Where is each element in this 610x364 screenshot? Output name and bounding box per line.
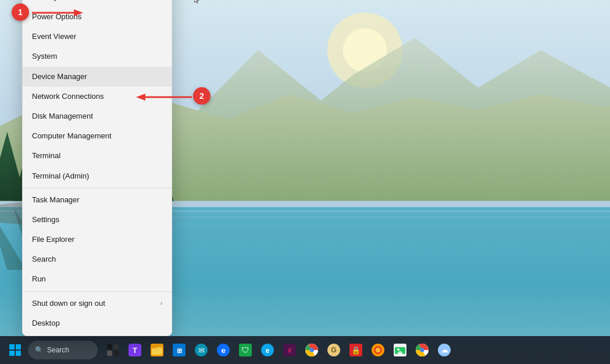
firefox-svg (372, 344, 384, 356)
taskbar-gamepass-icon[interactable]: G (323, 340, 344, 361)
menu-item-label-mobility-center: Mobility Center (32, 0, 83, 2)
menu-item-label-run: Run (32, 274, 46, 284)
taskbar-chrome-icon[interactable] (301, 340, 322, 361)
menu-item-task-manager[interactable]: Task Manager (23, 190, 172, 210)
svg-text:☁: ☁ (441, 345, 448, 354)
weather-svg: ☁ (438, 344, 451, 356)
chrome2-svg (416, 344, 429, 356)
menu-item-system[interactable]: System (23, 47, 172, 66)
svg-point-70 (420, 348, 424, 352)
menu-item-file-explorer[interactable]: File Explorer (23, 230, 172, 249)
widgets-svg (106, 344, 119, 356)
menu-item-search[interactable]: Search (23, 249, 172, 269)
svg-rect-32 (9, 351, 15, 356)
menu-item-label-shutdown-sign-out: Shut down or sign out (32, 298, 105, 309)
photos-svg (394, 344, 406, 356)
taskbar: 🔍 Search T (0, 336, 610, 364)
svg-marker-29 (136, 94, 145, 101)
taskbar-slack-icon[interactable]: # (279, 340, 300, 361)
svg-text:🔒: 🔒 (351, 345, 361, 355)
menu-item-disk-management[interactable]: Disk Management (23, 106, 172, 126)
menu-item-label-terminal-admin: Terminal (Admin) (32, 171, 89, 181)
taskbar-malwarebytes-icon[interactable]: 🛡 (235, 340, 256, 361)
menu-item-label-system: System (32, 51, 57, 62)
svg-marker-27 (74, 9, 83, 16)
svg-point-67 (397, 348, 399, 351)
menu-item-shutdown-sign-out[interactable]: Shut down or sign out› (23, 294, 172, 313)
annotation-badge-1: 1 (12, 3, 29, 21)
svg-point-64 (376, 348, 380, 352)
annotation-badge-2: 2 (193, 87, 211, 105)
cursor (194, 0, 199, 3)
privacy-svg: 🔒 (349, 344, 362, 356)
menu-item-device-manager[interactable]: Device Manager (23, 67, 172, 87)
taskbar-edge-icon[interactable]: e (213, 340, 234, 361)
menu-item-run[interactable]: Run (23, 269, 172, 289)
menu-item-label-disk-management: Disk Management (32, 111, 93, 122)
menu-item-label-settings: Settings (32, 215, 59, 225)
menu-item-label-event-viewer: Event Viewer (32, 31, 76, 42)
svg-text:G: G (331, 346, 336, 354)
annotation-arrow-1 (32, 7, 84, 19)
taskbar-photos-icon[interactable] (390, 340, 411, 361)
menu-item-terminal[interactable]: Terminal (23, 146, 172, 166)
menu-item-label-terminal: Terminal (32, 151, 60, 161)
menu-item-label-file-explorer: File Explorer (32, 234, 74, 245)
taskbar-icons-group: T ⊞ ✉ (102, 340, 455, 361)
svg-text:T: T (133, 346, 137, 355)
taskbar-file-explorer-icon[interactable] (147, 340, 167, 361)
svg-text:e: e (266, 347, 270, 355)
edge-svg: e (217, 344, 230, 356)
menu-item-label-task-manager: Task Manager (32, 195, 80, 205)
svg-rect-35 (113, 344, 119, 349)
malwarebytes-svg: 🛡 (239, 344, 252, 356)
menu-item-event-viewer[interactable]: Event Viewer (23, 27, 172, 47)
menu-item-computer-management[interactable]: Computer Management (23, 126, 172, 146)
menu-item-terminal-admin[interactable]: Terminal (Admin) (23, 166, 172, 186)
svg-rect-34 (107, 344, 112, 349)
svg-point-57 (310, 348, 314, 352)
menu-item-mobility-center[interactable]: Mobility Center (23, 0, 172, 7)
menu-separator (23, 291, 172, 292)
gamepass-svg: G (327, 344, 340, 356)
menu-item-label-search: Search (32, 254, 56, 265)
menu-item-settings[interactable]: Settings (23, 210, 172, 230)
menu-item-label-computer-management: Computer Management (32, 131, 112, 141)
slack-svg: # (283, 344, 296, 356)
menu-item-label-network-connections: Network Connections (32, 91, 104, 102)
svg-text:#: # (288, 347, 292, 355)
svg-text:e: e (221, 346, 225, 355)
svg-marker-73 (194, 0, 199, 3)
submenu-chevron-icon: › (160, 299, 162, 308)
search-icon: 🔍 (35, 346, 44, 354)
teams-svg: T (129, 344, 141, 356)
chrome-svg (305, 344, 318, 356)
svg-rect-36 (107, 351, 112, 356)
menu-separator (23, 188, 172, 188)
taskbar-search-label: Search (47, 346, 69, 354)
annotation-arrow-2 (134, 91, 192, 103)
svg-rect-37 (113, 351, 119, 356)
svg-rect-33 (16, 351, 21, 356)
taskbar-chrome2-icon[interactable] (412, 340, 433, 361)
whatsapp-svg: ✉ (195, 344, 208, 356)
svg-text:⊞: ⊞ (177, 347, 182, 354)
taskbar-weather-icon[interactable]: ☁ (434, 340, 455, 361)
taskbar-whatsapp-icon[interactable]: ✉ (191, 340, 212, 361)
taskbar-teams-icon[interactable]: T (124, 340, 145, 361)
svg-rect-30 (9, 344, 15, 349)
taskbar-widgets-icon[interactable] (102, 340, 123, 361)
taskbar-firefox-icon[interactable] (368, 340, 388, 361)
edge2-svg: e (261, 344, 274, 356)
menu-item-label-device-manager: Device Manager (32, 72, 87, 82)
start-button[interactable] (5, 340, 26, 361)
file-explorer-svg (151, 344, 163, 356)
ms-store-svg: ⊞ (173, 344, 186, 356)
taskbar-privacy-icon[interactable]: 🔒 (345, 340, 366, 361)
menu-item-desktop[interactable]: Desktop (23, 313, 172, 333)
context-menu: Installed appsMobility CenterPower Optio… (22, 0, 172, 336)
windows-logo-icon (9, 344, 21, 356)
taskbar-ms-store-icon[interactable]: ⊞ (169, 340, 190, 361)
taskbar-edge2-icon[interactable]: e (257, 340, 278, 361)
taskbar-search[interactable]: 🔍 Search (28, 341, 98, 359)
